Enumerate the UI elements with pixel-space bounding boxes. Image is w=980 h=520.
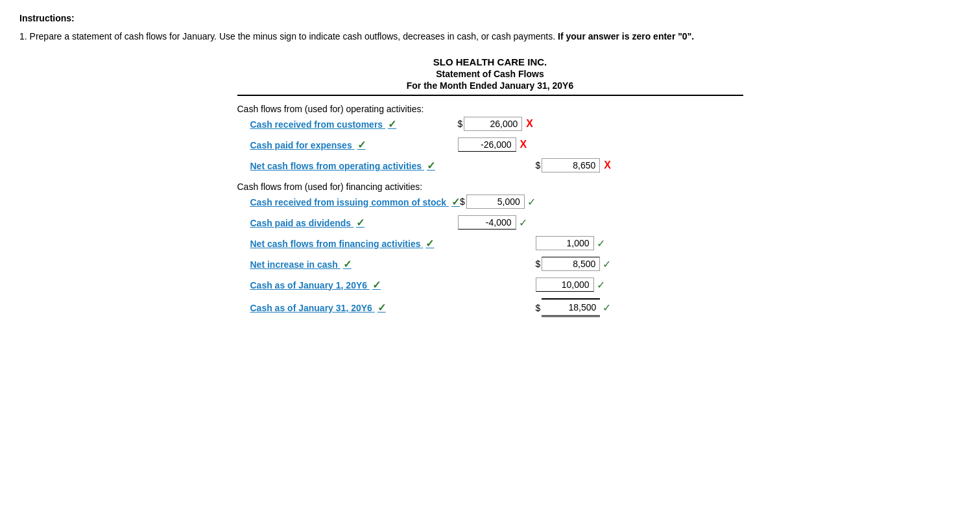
net-increase-dollar: $	[536, 259, 541, 269]
cash-expenses-check: ✓	[357, 139, 366, 150]
cash-expenses-label: Cash paid for expenses ✓	[237, 139, 458, 151]
cash-jan31-status: ✓	[603, 301, 611, 314]
cash-jan1-input[interactable]	[536, 278, 594, 292]
operating-section-header: Cash flows from (used for) operating act…	[237, 104, 743, 114]
cash-jan31-label: Cash as of January 31, 20Y6 ✓	[237, 301, 458, 314]
cash-jan1-label: Cash as of January 1, 20Y6 ✓	[237, 279, 458, 291]
instructions-text: 1. Prepare a statement of cash flows for…	[19, 30, 961, 43]
cash-dividends-row: Cash paid as dividends ✓ ✓	[237, 215, 743, 230]
net-operating-dollar: $	[536, 160, 541, 171]
cash-stock-input[interactable]	[466, 195, 525, 209]
statement-period: For the Month Ended January 31, 20Y6	[237, 80, 743, 96]
net-increase-label: Net increase in cash ✓	[237, 258, 458, 270]
net-increase-row: Net increase in cash ✓ $ ✓	[237, 257, 743, 271]
net-operating-input[interactable]	[542, 158, 600, 172]
net-financing-row: Net cash flows from financing activities…	[237, 236, 743, 250]
cash-received-dollar: $	[458, 119, 463, 129]
net-operating-check: ✓	[427, 160, 435, 171]
cash-dividends-label: Cash paid as dividends ✓	[237, 217, 458, 229]
net-financing-status: ✓	[597, 237, 605, 250]
instructions-bold: If your answer is zero enter "0".	[558, 31, 694, 41]
cash-received-input-col: $ X	[458, 117, 575, 131]
cash-stock-check: ✓	[451, 196, 460, 207]
cash-received-status: X	[526, 118, 533, 130]
company-name: SLO HEALTH CARE INC.	[237, 56, 743, 67]
cash-jan31-check: ✓	[377, 302, 386, 313]
net-financing-label: Net cash flows from financing activities…	[237, 237, 458, 250]
financing-section-header: Cash flows from (used for) financing act…	[237, 182, 743, 192]
cash-jan31-input-col: $ ✓	[536, 298, 612, 317]
cash-expenses-input-col: X	[458, 137, 575, 152]
cash-jan1-row: Cash as of January 1, 20Y6 ✓ ✓	[237, 278, 743, 292]
statement-container: SLO HEALTH CARE INC. Statement of Cash F…	[237, 56, 743, 317]
instructions-paragraph: 1. Prepare a statement of cash flows for…	[19, 31, 555, 41]
cash-expenses-status: X	[520, 139, 527, 150]
cash-jan1-check: ✓	[372, 279, 381, 290]
cash-received-label: Cash received from customers ✓	[237, 118, 458, 130]
cash-expenses-input[interactable]	[458, 137, 516, 152]
cash-received-check: ✓	[388, 119, 396, 130]
net-increase-check: ✓	[343, 259, 352, 270]
cash-dividends-check: ✓	[356, 217, 365, 228]
statement-title: Statement of Cash Flows	[237, 69, 743, 79]
cash-stock-row: Cash received from issuing common of sto…	[237, 195, 743, 209]
cash-jan31-dollar: $	[536, 303, 541, 313]
net-financing-check: ✓	[425, 238, 434, 249]
cash-dividends-status: ✓	[519, 217, 527, 229]
cash-received-input[interactable]	[464, 117, 522, 131]
cash-stock-label: Cash received from issuing common of sto…	[237, 196, 460, 208]
net-operating-label: Net cash flows from operating activities…	[237, 160, 458, 172]
cash-jan31-input[interactable]	[542, 301, 600, 314]
cash-dividends-input-col: ✓	[458, 215, 575, 230]
net-operating-row: Net cash flows from operating activities…	[237, 158, 743, 172]
cash-jan1-status: ✓	[597, 279, 605, 291]
net-increase-status: ✓	[603, 258, 611, 270]
cash-stock-input-col: $ ✓	[460, 195, 577, 209]
net-increase-input[interactable]	[542, 257, 600, 271]
cash-stock-dollar: $	[460, 196, 465, 207]
cash-dividends-input[interactable]	[458, 215, 516, 230]
net-operating-input-col: $ X	[536, 158, 611, 172]
net-financing-input-col: ✓	[536, 236, 605, 250]
cash-jan1-input-col: ✓	[536, 278, 605, 292]
net-operating-status: X	[604, 160, 611, 171]
instructions-title: Instructions:	[19, 13, 961, 23]
cash-expenses-row: Cash paid for expenses ✓ X	[237, 137, 743, 152]
net-financing-input[interactable]	[536, 236, 594, 250]
cash-stock-status: ✓	[527, 196, 536, 208]
cash-received-row: Cash received from customers ✓ $ X	[237, 117, 743, 131]
net-increase-input-col: $ ✓	[536, 257, 612, 271]
cash-jan31-row: Cash as of January 31, 20Y6 ✓ $ ✓	[237, 298, 743, 317]
